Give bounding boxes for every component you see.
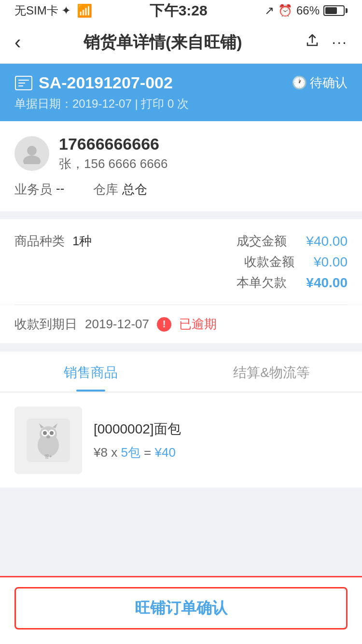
product-type-value: 1种 — [72, 233, 92, 250]
svg-point-12 — [50, 431, 54, 435]
summary-section: 商品种类 1种 成交金额 ¥40.00 收款金额 ¥0.00 本单欠款 ¥40.… — [0, 219, 362, 305]
tab-sales-products[interactable]: 销售商品 — [0, 352, 181, 392]
product-price-row: ¥8 x 5包 = ¥40 — [94, 444, 348, 461]
customer-avatar — [14, 136, 49, 171]
amount-summary: 成交金额 ¥40.00 收款金额 ¥0.00 本单欠款 ¥40.00 — [237, 233, 348, 291]
wifi-icon: 📶 — [77, 3, 92, 18]
back-button[interactable]: ‹ — [14, 31, 21, 53]
overdue-icon: ! — [157, 317, 171, 332]
status-right: ↗ ⏰ 66% — [265, 4, 348, 17]
amount-value-2: ¥40.00 — [306, 275, 348, 291]
product-item: 管+ [0000002]面包 ¥8 x 5包 = ¥40 — [0, 393, 362, 488]
product-eq: = — [140, 445, 155, 460]
svg-point-13 — [46, 435, 50, 438]
overdue-text: 已逾期 — [179, 316, 217, 333]
nav-bar: ‹ 销货单详情(来自旺铺) ··· — [0, 21, 362, 64]
sales-rep-label: 业务员 — [14, 181, 52, 198]
svg-point-4 — [27, 146, 37, 155]
confirm-order-button[interactable]: 旺铺订单确认 — [14, 587, 348, 630]
svg-point-5 — [23, 155, 41, 164]
order-id: SA-20191207-002 — [14, 73, 173, 92]
order-status: 🕐 待确认 — [292, 74, 348, 91]
confirm-button-wrapper: 旺铺订单确认 — [0, 576, 362, 644]
order-icon — [14, 75, 33, 91]
product-image: 管+ — [14, 406, 82, 474]
product-name: [0000002]面包 — [94, 420, 348, 438]
more-button[interactable]: ··· — [332, 33, 348, 51]
due-label: 收款到期日 — [14, 316, 77, 333]
amount-value-0: ¥40.00 — [306, 234, 348, 249]
amount-value-1: ¥0.00 — [314, 254, 348, 270]
customer-section: 17666666666 张，156 6666 6666 业务员 -- 仓库 总仓 — [0, 121, 362, 211]
product-section: 管+ [0000002]面包 ¥8 x 5包 = ¥40 — [0, 393, 362, 488]
customer-meta: 业务员 -- 仓库 总仓 — [14, 181, 348, 198]
sales-rep-value: -- — [56, 181, 64, 198]
alarm-icon: ⏰ — [278, 4, 292, 17]
warehouse-label: 仓库 — [93, 181, 118, 198]
nav-actions: ··· — [305, 33, 348, 52]
order-meta: 单据日期：2019-12-07 | 打印 0 次 — [14, 96, 348, 112]
page-title: 销货单详情(来自旺铺) — [84, 31, 242, 54]
product-price: ¥8 x — [94, 445, 121, 460]
svg-point-11 — [43, 431, 47, 435]
status-bar: 无SIM卡 ✦ 📶 下午3:28 ↗ ⏰ 66% — [0, 0, 362, 21]
time-display: 下午3:28 — [150, 1, 208, 21]
product-details: [0000002]面包 ¥8 x 5包 = ¥40 — [94, 420, 348, 461]
divider-2 — [0, 343, 362, 351]
order-header: SA-20191207-002 🕐 待确认 单据日期：2019-12-07 | … — [0, 64, 362, 121]
battery-icon — [323, 5, 348, 16]
product-total: ¥40 — [154, 445, 175, 460]
warehouse-value: 总仓 — [122, 181, 147, 198]
divider-1 — [0, 211, 362, 219]
amount-label-2: 本单欠款 — [237, 274, 287, 291]
tab-underline — [76, 390, 105, 392]
status-left: 无SIM卡 ✦ 📶 — [14, 3, 92, 18]
tab-settlement-logistics[interactable]: 结算&物流等 — [181, 352, 362, 392]
customer-phone: 17666666666 — [59, 135, 348, 154]
due-section: 收款到期日 2019-12-07 ! 已逾期 — [0, 305, 362, 343]
customer-name: 张，156 6666 6666 — [59, 155, 348, 172]
due-date: 2019-12-07 — [85, 317, 149, 332]
svg-text:管+: 管+ — [44, 454, 52, 459]
share-button[interactable] — [305, 33, 320, 52]
battery-percent: 66% — [296, 4, 320, 17]
sim-label: 无SIM卡 ✦ — [14, 3, 71, 18]
tab-bar: 销售商品 结算&物流等 — [0, 352, 362, 392]
product-qty: 5包 — [121, 445, 140, 460]
amount-label-0: 成交金额 — [237, 233, 287, 250]
clock-icon: 🕐 — [292, 75, 307, 90]
product-type-label: 商品种类 — [14, 233, 65, 250]
location-icon: ↗ — [265, 4, 274, 17]
amount-label-1: 收款金额 — [244, 253, 294, 270]
